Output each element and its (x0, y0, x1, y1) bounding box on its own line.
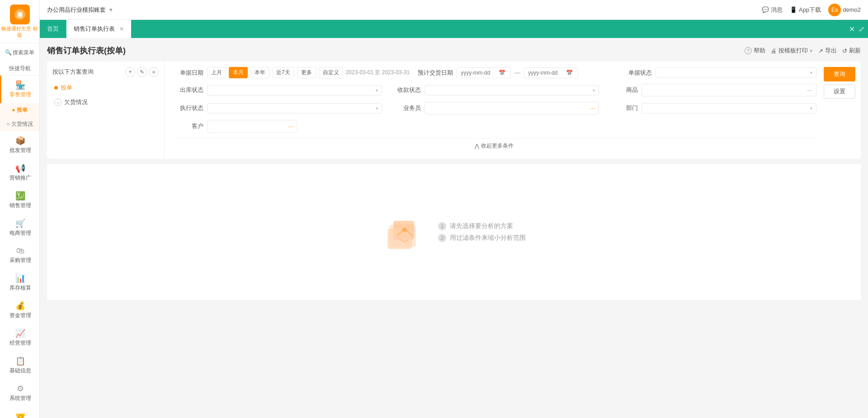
filter-right-area: 单据日期 上月 本月 本年 近7天 更多 自定义 2023-03-01 至 20… (165, 62, 861, 159)
export-button[interactable]: ↗ 导出 (818, 47, 837, 55)
collapse-scheme-button[interactable]: « (149, 67, 159, 77)
tab-close-sales-order[interactable]: ✕ (119, 26, 124, 32)
filter-left-header-actions: + ✎ « (125, 67, 159, 77)
retail-submenu: ● 按单 ○ 欠货情况 (0, 103, 39, 131)
sidebar-item-business[interactable]: 📈 经营管理 (0, 324, 39, 352)
sidebar-subitem-shortage[interactable]: ○ 欠货情况 (0, 117, 39, 131)
sidebar-item-finance[interactable]: 💰 资金管理 (0, 296, 39, 324)
sidebar-subitem-press[interactable]: ● 按单 (0, 103, 39, 117)
enterprise-icon: 🤝 (15, 411, 25, 418)
sidebar-item-wholesale[interactable]: 📦 批发管理 (0, 131, 39, 159)
department-chevron: ▾ (810, 106, 812, 111)
template-print-icon: 🖨 (771, 48, 777, 54)
salesperson-select[interactable]: ··· (425, 102, 599, 114)
calendar-icon-end: 📅 (566, 70, 573, 76)
edit-scheme-button[interactable]: ✎ (137, 67, 147, 77)
delivery-date-end[interactable]: 📅 (524, 67, 578, 78)
svg-rect-4 (388, 228, 412, 249)
customer-more-icon[interactable]: ··· (288, 123, 293, 130)
logo: 畅捷通好生意 标版 (0, 0, 39, 43)
setup-button[interactable]: 设置 (824, 84, 855, 99)
payment-select[interactable]: ▾ (425, 85, 599, 95)
goods-more-icon[interactable]: ··· (807, 86, 812, 94)
goods-select[interactable]: ··· (642, 84, 816, 96)
filter-item-outstock: 出库状态 ▾ (172, 85, 382, 95)
department-select[interactable]: ▾ (642, 103, 816, 114)
payment-chevron: ▾ (593, 88, 595, 93)
order-status-select[interactable]: ▾ (656, 67, 816, 78)
date-label: 单据日期 (172, 69, 203, 77)
salesperson-more-icon[interactable]: ··· (590, 104, 595, 112)
department-label: 部门 (606, 104, 638, 112)
outstock-select[interactable]: ▾ (207, 85, 382, 95)
refresh-button[interactable]: ↺ 刷新 (842, 47, 861, 55)
inventory-icon: 📊 (15, 273, 25, 283)
expand-button[interactable]: ⤢ (859, 25, 864, 33)
page-title: 销售订单执行表(按单) (47, 45, 126, 56)
sidebar-item-enterprise[interactable]: 🤝 企业协同 (0, 407, 39, 418)
app-download-icon: 📱 (790, 6, 797, 13)
last-month-btn[interactable]: 上月 (207, 67, 226, 78)
close-all-tabs-button[interactable]: ✕ (849, 25, 855, 33)
sidebar-item-ecommerce[interactable]: 🛒 电商管理 (0, 214, 39, 242)
search-menu-button[interactable]: 🔍 搜索菜单 (3, 47, 37, 58)
sidebar-item-basic[interactable]: 📋 基础信息 (0, 352, 39, 379)
filter-item-department: 部门 ▾ (606, 103, 816, 114)
empty-state: 1 请先选择要分析的方案 2 用过滤条件来缩小分析范围 (382, 209, 526, 255)
message-button[interactable]: 💬 消息 (762, 6, 783, 14)
sidebar-item-inventory[interactable]: 📊 库存核算 (0, 269, 39, 296)
finance-icon: 💰 (15, 301, 25, 311)
delivery-date-start[interactable]: 📅 (457, 67, 511, 78)
logo-text: 畅捷通好生意 标版 (0, 25, 39, 38)
last-7-btn[interactable]: 近7天 (272, 67, 294, 78)
empty-tips: 1 请先选择要分析的方案 2 用过滤条件来缩小分析范围 (438, 222, 526, 242)
add-scheme-button[interactable]: + (125, 67, 135, 77)
more-date-btn[interactable]: 更多 (297, 67, 316, 78)
this-year-btn[interactable]: 本年 (250, 67, 269, 78)
active-scheme-dot (54, 86, 58, 90)
result-area: 1 请先选择要分析的方案 2 用过滤条件来缩小分析范围 (47, 164, 861, 300)
template-print-button[interactable]: 🖨 按模板打印 ▾ (771, 47, 813, 55)
custom-date-btn[interactable]: 自定义 (319, 67, 343, 78)
topbar-right: 💬 消息 📱 App下载 Ea demo2 (762, 4, 861, 16)
sidebar-item-retail-label: 零售管理 (9, 91, 31, 99)
goods-label: 商品 (606, 86, 638, 94)
filter-item-payment: 收款状态 ▾ (389, 85, 599, 95)
tab-sales-order[interactable]: 销售订单执行表 ✕ (66, 20, 131, 38)
tab-home[interactable]: 首页 (40, 20, 66, 38)
page-header-actions: ? 帮助 🖨 按模板打印 ▾ ↗ 导出 ↺ 刷新 (745, 47, 861, 55)
filter-item-customer: 客户 ··· (172, 120, 297, 133)
this-month-btn[interactable]: 本月 (229, 67, 248, 78)
wholesale-icon: 📦 (15, 136, 25, 146)
filter-item-salesperson: 业务员 ··· (389, 102, 599, 114)
outstock-label: 出库状态 (172, 86, 203, 94)
order-status-label: 单据状态 (620, 69, 652, 77)
logo-icon (10, 5, 30, 24)
system-icon: ⚙ (17, 384, 24, 394)
salesperson-label: 业务员 (389, 104, 421, 112)
sidebar-item-marketing[interactable]: 📢 营销推广 (0, 159, 39, 186)
sidebar-item-sales[interactable]: 💹 销售管理 (0, 186, 39, 214)
sidebar: 畅捷通好生意 标版 🔍 搜索菜单 快捷导航 🏪 零售管理 ● 按单 ○ 欠货情况… (0, 0, 40, 418)
topbar-title: 办公用品行业模拟账套 (47, 6, 106, 14)
collapse-more-conditions[interactable]: ⋀ 收起更多条件 (172, 138, 816, 153)
filter-scheme-item-shortage[interactable]: ○ 欠货情况 (47, 95, 164, 109)
search-button[interactable]: 查询 (824, 67, 855, 81)
delivery-date-end-input[interactable] (528, 70, 564, 76)
exec-status-select[interactable]: ▾ (207, 103, 382, 114)
app-download-button[interactable]: 📱 App下载 (790, 6, 821, 14)
filter-scheme-item-press[interactable]: 按单 (47, 81, 164, 95)
sidebar-search[interactable]: 🔍 搜索菜单 (0, 43, 39, 62)
delivery-date-start-input[interactable] (461, 70, 497, 76)
filter-panel: 按以下方案查询 + ✎ « 按单 ○ 欠货情况 (47, 62, 861, 159)
customer-select[interactable]: ··· (207, 120, 297, 133)
user-menu[interactable]: Ea demo2 (828, 4, 861, 16)
sidebar-item-retail[interactable]: 🏪 零售管理 (0, 76, 39, 103)
marketing-icon: 📢 (15, 163, 25, 173)
sidebar-item-purchase[interactable]: 🛍 采购管理 (0, 242, 39, 269)
topbar-dropdown-icon[interactable]: ▾ (109, 6, 113, 13)
main-content: 办公用品行业模拟账套 ▾ 💬 消息 📱 App下载 Ea demo2 首页 (40, 0, 868, 418)
help-button[interactable]: ? 帮助 (745, 47, 765, 55)
filter-item-delivery-date: 预计交货日期 📅 — 📅 (417, 67, 613, 78)
sidebar-item-system[interactable]: ⚙ 系统管理 (0, 379, 39, 407)
